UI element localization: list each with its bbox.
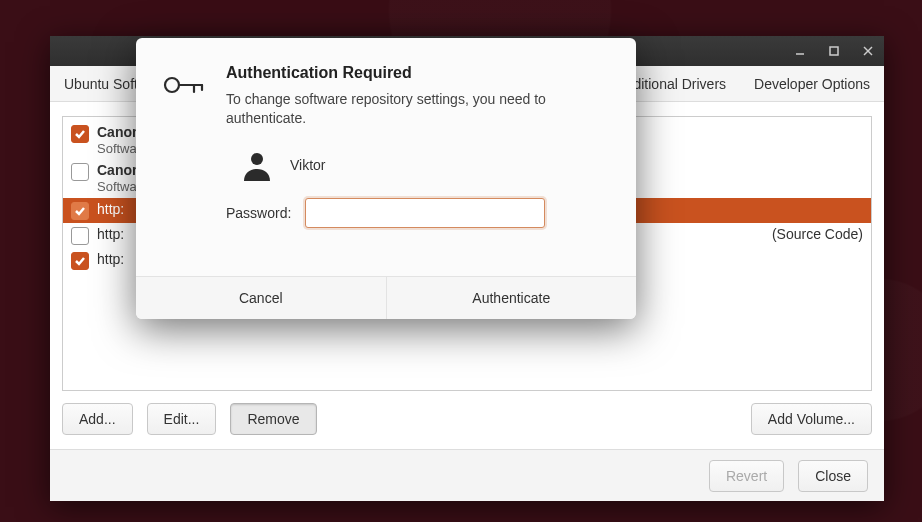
authentication-dialog: Authentication Required To change softwa…: [136, 38, 636, 319]
password-input[interactable]: [305, 198, 545, 228]
key-icon: [162, 70, 206, 100]
cancel-button[interactable]: Cancel: [136, 277, 386, 319]
authenticate-button[interactable]: Authenticate: [386, 277, 637, 319]
auth-footer: Cancel Authenticate: [136, 276, 636, 319]
remove-button[interactable]: Remove: [230, 403, 316, 435]
repo-source-code-suffix: (Source Code): [772, 226, 863, 242]
repo-actions: Add... Edit... Remove Add Volume...: [62, 401, 872, 437]
password-label: Password:: [226, 205, 291, 221]
svg-point-4: [165, 78, 179, 92]
add-volume-button[interactable]: Add Volume...: [751, 403, 872, 435]
user-avatar-icon: [240, 148, 274, 182]
revert-button: Revert: [709, 460, 784, 492]
window-close-button[interactable]: [860, 43, 876, 59]
auth-user-row: Viktor: [240, 148, 566, 182]
repo-checkbox[interactable]: [71, 163, 89, 181]
window-minimize-button[interactable]: [792, 43, 808, 59]
repo-checkbox[interactable]: [71, 227, 89, 245]
svg-rect-1: [830, 47, 838, 55]
auth-username: Viktor: [290, 157, 326, 173]
edit-button[interactable]: Edit...: [147, 403, 217, 435]
window-maximize-button[interactable]: [826, 43, 842, 59]
auth-heading: Authentication Required: [226, 64, 566, 82]
repo-checkbox[interactable]: [71, 125, 89, 143]
close-button[interactable]: Close: [798, 460, 868, 492]
svg-point-8: [251, 153, 263, 165]
repo-title: http:: [97, 251, 124, 268]
tab-developer-options[interactable]: Developer Options: [740, 66, 884, 101]
repo-checkbox[interactable]: [71, 202, 89, 220]
add-button[interactable]: Add...: [62, 403, 133, 435]
repo-checkbox[interactable]: [71, 252, 89, 270]
auth-message: To change software repository settings, …: [226, 90, 566, 128]
repo-title: http:: [97, 226, 124, 243]
repo-title: http:: [97, 201, 124, 218]
window-footer: Revert Close: [50, 449, 884, 501]
